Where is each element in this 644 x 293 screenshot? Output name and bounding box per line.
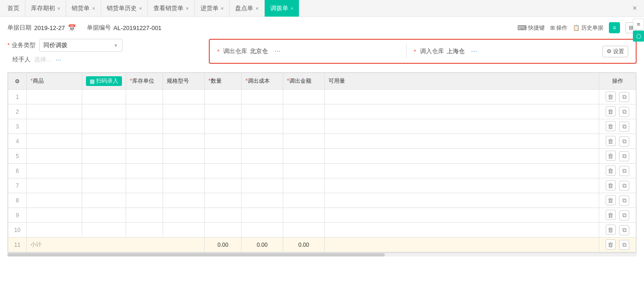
close-icon[interactable]: × [291, 6, 293, 11]
close-icon[interactable]: × [221, 6, 224, 11]
delete-row-button[interactable]: 🗑 [606, 136, 616, 146]
cell-product[interactable] [27, 104, 82, 119]
tab-purchase-order[interactable]: 进货单 × [195, 0, 230, 17]
operation-icon: ⊞ [550, 24, 555, 31]
settings-button[interactable]: ⚙ 设置 [602, 46, 628, 57]
table-row: 2 🗑 ⧉ [8, 104, 636, 119]
cell-cost [242, 164, 283, 178]
cell-available [325, 90, 599, 104]
copy-row-button[interactable]: ⧉ [619, 151, 629, 161]
close-icon[interactable]: × [255, 6, 258, 11]
cell-available [325, 223, 599, 238]
required-mark: * [217, 48, 219, 55]
copy-row-button[interactable]: ⧉ [619, 136, 629, 146]
history-button[interactable]: 📋 历史单据 [573, 24, 603, 32]
tab-sales-history[interactable]: 销货单历史 × [101, 0, 148, 17]
row-number: 8 [8, 193, 27, 208]
list-view-button[interactable]: ≡ [609, 22, 620, 33]
copy-row-button[interactable]: ⧉ [619, 107, 629, 117]
th-gear[interactable]: ⚙ [8, 73, 27, 90]
cell-available [325, 208, 599, 223]
cell-qty [205, 134, 242, 149]
copy-row-button[interactable]: ⧉ [619, 181, 629, 191]
cell-qty [205, 90, 242, 104]
calendar-icon[interactable]: 📅 [68, 24, 76, 31]
cell-product[interactable] [27, 134, 82, 149]
cell-product[interactable] [27, 208, 82, 223]
tab-sales-order[interactable]: 销货单 × [66, 0, 101, 17]
subtotal-label-cell: 小计 [27, 238, 205, 252]
cell-unit [126, 208, 163, 223]
scan-input-button[interactable]: ▦ 扫码录入 [86, 76, 122, 86]
tab-home[interactable]: 首页 [2, 0, 25, 17]
delete-row-button[interactable]: 🗑 [606, 121, 616, 131]
horizontal-scrollbar[interactable] [7, 253, 637, 256]
shortcut-button[interactable]: ⌨ 快捷键 [517, 24, 545, 32]
tab-inventory-init[interactable]: 库存期初 × [25, 0, 66, 17]
table-row: 4 🗑 ⧉ [8, 134, 636, 149]
cell-product[interactable] [27, 119, 82, 134]
close-all-tabs-button[interactable]: × [630, 4, 639, 13]
operation-button[interactable]: ⊞ 操作 [550, 24, 567, 32]
copy-row-button[interactable]: ⧉ [619, 195, 629, 206]
cell-qty [205, 208, 242, 223]
close-icon[interactable]: × [186, 6, 188, 11]
delete-row-button[interactable]: 🗑 [606, 210, 616, 220]
cell-product[interactable] [27, 193, 82, 208]
cell-product[interactable] [27, 223, 82, 238]
delete-row-button[interactable]: 🗑 [606, 165, 616, 176]
th-operations: 操作 [599, 73, 636, 90]
close-icon[interactable]: × [57, 6, 60, 11]
handler-more-button[interactable]: ··· [56, 56, 61, 63]
table-row: 7 🗑 ⧉ [8, 178, 636, 193]
cell-product[interactable] [27, 90, 82, 104]
delete-row-button[interactable]: 🗑 [606, 195, 616, 205]
warehouse-in-more-button[interactable]: ··· [471, 47, 477, 55]
date-value: 2019-12-27 [34, 24, 65, 31]
handler-placeholder[interactable]: 选择... [34, 55, 51, 64]
form-left: * 业务类型 同价调拨 ▼ 经手人 选择... ··· [7, 39, 201, 67]
th-product: *商品 [27, 73, 82, 90]
copy-row-button[interactable]: ⧉ [619, 122, 629, 132]
tab-inventory-check[interactable]: 盘点单 × [230, 0, 264, 17]
cell-product[interactable] [27, 149, 82, 164]
form-area: * 业务类型 同价调拨 ▼ 经手人 选择... ··· [7, 39, 637, 67]
scroll-thumb[interactable] [7, 253, 385, 256]
sidebar-expand-button[interactable]: ⬡ [633, 31, 644, 42]
delete-row-button[interactable]: 🗑 [606, 106, 616, 116]
delete-row-button[interactable]: 🗑 [606, 180, 616, 190]
divider [406, 44, 407, 58]
copy-row-button[interactable]: ⧉ [619, 210, 629, 220]
copy-row-button[interactable]: ⧉ [619, 166, 629, 176]
close-icon[interactable]: × [92, 6, 95, 11]
warehouse-out-more-button[interactable]: ··· [274, 47, 280, 55]
tab-check-sales[interactable]: 查看销货单 × [148, 0, 194, 17]
warehouse-out-field: * 调出仓库 北京仓 ··· [217, 47, 399, 55]
cell-cost [242, 104, 283, 119]
sidebar-list-button[interactable]: ≡ [633, 18, 644, 30]
cell-spec [163, 208, 205, 223]
cell-unit [126, 149, 163, 164]
cell-product[interactable] [27, 178, 82, 193]
warehouse-out-label: 调出仓库 [223, 47, 247, 55]
delete-row-button[interactable]: 🗑 [606, 151, 616, 161]
cell-amount [283, 164, 325, 178]
row-number-11: 11 [8, 238, 27, 252]
cell-unit [126, 90, 163, 104]
business-type-select[interactable]: 同价调拨 ▼ [39, 39, 122, 52]
copy-row-button[interactable]: ⧉ [619, 92, 629, 102]
close-icon[interactable]: × [139, 6, 142, 11]
gear-icon: ⚙ [15, 78, 20, 85]
cell-scan [82, 193, 126, 208]
tab-transfer-order[interactable]: 调拨单 × [265, 0, 299, 17]
cell-product[interactable] [27, 164, 82, 178]
table-row: 5 🗑 ⧉ [8, 149, 636, 164]
row-number: 1 [8, 90, 27, 104]
handler-field: 选择... ··· [34, 55, 61, 64]
cell-qty [205, 119, 242, 134]
copy-row-button[interactable]: ⧉ [619, 240, 629, 250]
delete-row-button[interactable]: 🗑 [606, 92, 616, 102]
delete-row-button[interactable]: 🗑 [606, 239, 616, 250]
delete-row-button[interactable]: 🗑 [606, 225, 616, 235]
copy-row-button[interactable]: ⧉ [619, 225, 629, 235]
